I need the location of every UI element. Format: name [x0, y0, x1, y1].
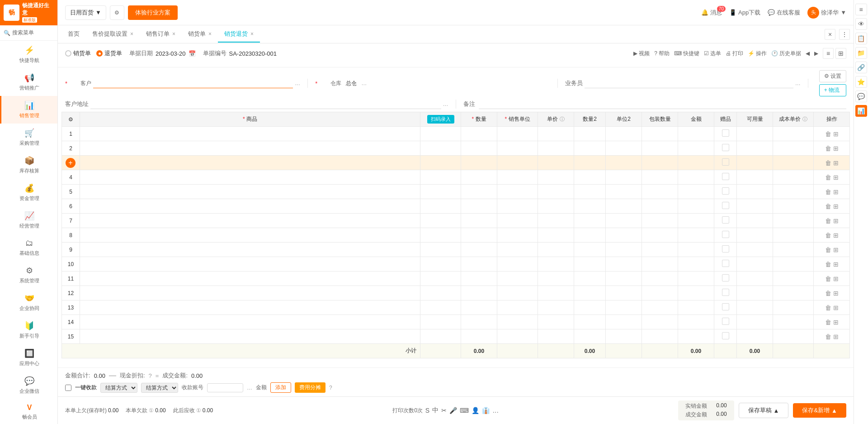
row-unit-1[interactable]: [497, 127, 538, 141]
row-amount-2[interactable]: [678, 141, 714, 156]
settings-btn[interactable]: ⚙ 设置: [819, 70, 846, 82]
row-price-2[interactable]: [538, 141, 574, 156]
row-gift-13[interactable]: [714, 300, 737, 315]
row-qty-9[interactable]: [461, 243, 497, 257]
row-pack-6[interactable]: [642, 199, 678, 214]
row-gift-5[interactable]: [714, 185, 737, 199]
row-qty-2[interactable]: [461, 141, 497, 156]
row-qty-3[interactable]: [461, 156, 497, 170]
tab-more-btn[interactable]: ⋮: [839, 29, 850, 40]
row-gift-2[interactable]: [714, 141, 737, 156]
row-pack-15[interactable]: [642, 329, 678, 344]
row-delete-14[interactable]: 🗑: [825, 319, 831, 326]
row-copy-8[interactable]: ⊞: [833, 232, 839, 239]
row-gift-3[interactable]: [714, 156, 737, 170]
cost-info-icon[interactable]: ⓘ: [802, 116, 807, 122]
sidebar-item-wechat[interactable]: 💬 企业微信: [0, 372, 57, 399]
row-qty2-8[interactable]: [574, 228, 606, 243]
receivable-info-icon[interactable]: ①: [196, 407, 201, 414]
gift-checkbox-11[interactable]: [722, 274, 729, 281]
gift-checkbox-4[interactable]: [722, 173, 729, 180]
row-qty2-1[interactable]: [574, 127, 606, 141]
notification-btn[interactable]: 🔔 70 消息: [701, 9, 722, 17]
sidebar-item-shortcut[interactable]: ⚡ 快捷导航: [0, 41, 57, 68]
gift-checkbox-15[interactable]: [722, 332, 729, 339]
debt-info-icon[interactable]: ①: [149, 407, 154, 414]
right-panel-btn7[interactable]: 💬: [855, 91, 867, 102]
row-unit-6[interactable]: [497, 199, 538, 214]
row-unit2-14[interactable]: [606, 315, 642, 329]
row-unit2-1[interactable]: [606, 127, 642, 141]
sidebar-item-finance[interactable]: 💰 资金管理: [0, 179, 57, 206]
row-pack-8[interactable]: [642, 228, 678, 243]
row-product-4[interactable]: [80, 170, 420, 185]
row-qty-15[interactable]: [461, 329, 497, 344]
row-unit-8[interactable]: [497, 228, 538, 243]
row-product-8[interactable]: [80, 228, 420, 243]
row-price-3[interactable]: [538, 156, 574, 170]
row-delete-9[interactable]: 🗑: [825, 246, 831, 253]
row-price-9[interactable]: [538, 243, 574, 257]
settlement-select[interactable]: 结算方式: [100, 383, 137, 393]
row-qty2-2[interactable]: [574, 141, 606, 156]
sidebar-item-basic[interactable]: 🗂 基础信息: [0, 234, 57, 261]
online-service-btn[interactable]: 💬 在线客服: [768, 9, 800, 17]
sidebar-item-operation[interactable]: 📈 经营管理: [0, 206, 57, 234]
tab-price-setting[interactable]: 售价提取设置 ×: [86, 26, 140, 43]
row-pack-9[interactable]: [642, 243, 678, 257]
customer-input[interactable]: [93, 78, 293, 88]
row-unit-12[interactable]: [497, 286, 538, 300]
row-unit-10[interactable]: [497, 257, 538, 272]
row-amount-14[interactable]: [678, 315, 714, 329]
sidebar-item-vip[interactable]: V 畅会员: [0, 399, 57, 424]
row-product-11[interactable]: [80, 272, 420, 286]
row-amount-7[interactable]: [678, 214, 714, 228]
row-amount-10[interactable]: [678, 257, 714, 272]
row-copy-9[interactable]: ⊞: [833, 246, 839, 253]
row-delete-8[interactable]: 🗑: [825, 232, 831, 239]
sidebar-item-guide[interactable]: 🔰 新手引导: [0, 316, 57, 344]
gift-checkbox-6[interactable]: [722, 202, 729, 209]
action-history[interactable]: 🕐 历史单据: [771, 50, 801, 57]
price-info-icon[interactable]: ⓘ: [560, 116, 565, 122]
tab-sales-return[interactable]: 销货退货 ×: [218, 26, 260, 43]
experience-btn[interactable]: 体验行业方案: [128, 5, 178, 20]
sidebar-item-inventory[interactable]: 📦 库存核算: [0, 151, 57, 179]
tab-close-sales-return[interactable]: ×: [250, 31, 254, 37]
row-copy-15[interactable]: ⊞: [833, 333, 839, 340]
row-pack-10[interactable]: [642, 257, 678, 272]
row-price-4[interactable]: [538, 170, 574, 185]
row-qty-10[interactable]: [461, 257, 497, 272]
row-unit-4[interactable]: [497, 170, 538, 185]
row-pack-2[interactable]: [642, 141, 678, 156]
row-gift-1[interactable]: [714, 127, 737, 141]
app-download-btn[interactable]: 📱 App下载: [729, 9, 760, 17]
row-gift-4[interactable]: [714, 170, 737, 185]
row-copy-13[interactable]: ⊞: [833, 304, 839, 311]
row-delete-2[interactable]: 🗑: [825, 145, 831, 152]
sidebar-item-purchase[interactable]: 🛒 采购管理: [0, 124, 57, 151]
radio-sales[interactable]: 销货单: [65, 49, 91, 57]
row-copy-11[interactable]: ⊞: [833, 275, 839, 282]
salesman-more-btn[interactable]: …: [795, 80, 801, 86]
gift-checkbox-12[interactable]: [722, 289, 729, 296]
tab-close-price-setting[interactable]: ×: [130, 31, 133, 37]
product-input-active[interactable]: [84, 159, 416, 166]
row-unit-15[interactable]: [497, 329, 538, 344]
sidebar-item-appstore[interactable]: 🔲 应用中心: [0, 344, 57, 372]
row-delete-13[interactable]: 🗑: [825, 304, 831, 311]
row-qty2-10[interactable]: [574, 257, 606, 272]
row-unit-2[interactable]: [497, 141, 538, 156]
logistics-btn[interactable]: + 物流: [819, 84, 846, 96]
right-panel-btn1[interactable]: ≡: [855, 4, 867, 15]
row-unit-7[interactable]: [497, 214, 538, 228]
row-gift-14[interactable]: [714, 315, 737, 329]
account-input[interactable]: [207, 383, 243, 392]
scan-btn[interactable]: 扫码录入: [427, 115, 454, 124]
row-qty2-4[interactable]: [574, 170, 606, 185]
row-unit2-15[interactable]: [606, 329, 642, 344]
row-product-10[interactable]: [80, 257, 420, 272]
sidebar-item-system[interactable]: ⚙ 系统管理: [0, 261, 57, 289]
tab-close-sales-order[interactable]: ×: [172, 31, 175, 37]
row-qty-1[interactable]: [461, 127, 497, 141]
